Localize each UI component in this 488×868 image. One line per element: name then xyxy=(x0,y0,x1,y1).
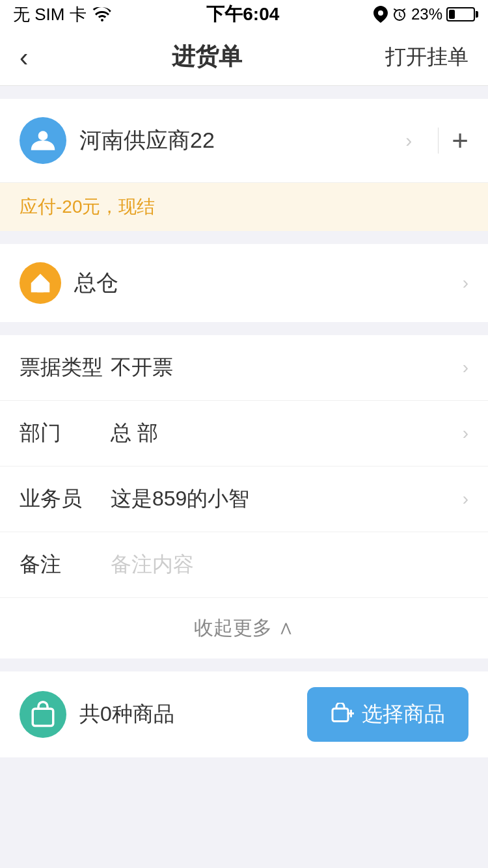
product-icon-container xyxy=(20,691,66,738)
invoice-value: 不开票 xyxy=(111,353,463,382)
form-row-remark[interactable]: 备注 备注内容 xyxy=(0,532,488,597)
status-bar: 无 SIM 卡 下午6:04 23% xyxy=(0,0,488,29)
select-product-button[interactable]: 选择商品 xyxy=(307,687,468,742)
cart-add-icon xyxy=(331,703,354,726)
salesperson-label: 业务员 xyxy=(20,485,111,513)
svg-point-1 xyxy=(38,131,48,141)
notice-text: 应付-20元，现结 xyxy=(20,197,155,217)
form-row-invoice[interactable]: 票据类型 不开票 › xyxy=(0,335,488,400)
remark-input[interactable]: 备注内容 xyxy=(111,550,468,579)
salesperson-chevron-icon: › xyxy=(463,489,468,509)
status-time: 下午6:04 xyxy=(206,2,279,27)
open-pending-button[interactable]: 打开挂单 xyxy=(385,43,468,72)
warehouse-row[interactable]: 总仓 › xyxy=(0,244,488,322)
department-value: 总 部 xyxy=(111,419,463,448)
warehouse-chevron-icon: › xyxy=(463,273,468,293)
section-gap-2 xyxy=(0,231,488,244)
svg-rect-3 xyxy=(33,709,53,726)
salesperson-value: 这是859的小智 xyxy=(111,485,463,513)
wifi-icon xyxy=(92,7,113,21)
supplier-chevron-icon: › xyxy=(405,129,412,152)
vertical-divider xyxy=(438,128,439,154)
alarm-icon xyxy=(392,7,407,22)
supplier-row[interactable]: 河南供应商22 › + xyxy=(0,99,488,183)
carrier-label: 无 SIM 卡 xyxy=(13,3,87,26)
status-left: 无 SIM 卡 xyxy=(13,3,113,26)
product-bar: 共0种商品 选择商品 xyxy=(0,671,488,757)
form-card: 票据类型 不开票 › 部门 总 部 › 业务员 这是859的小智 › 备注 备注… xyxy=(0,335,488,658)
nav-bar: ‹ 进货单 打开挂单 xyxy=(0,29,488,86)
form-row-salesperson[interactable]: 业务员 这是859的小智 › xyxy=(0,466,488,532)
section-gap-3 xyxy=(0,322,488,335)
status-right: 23% xyxy=(373,5,475,23)
house-icon xyxy=(28,271,53,295)
department-chevron-icon: › xyxy=(463,423,468,444)
warehouse-name-label: 总仓 xyxy=(74,268,463,298)
shopping-bag-icon xyxy=(29,701,57,728)
battery-label: 23% xyxy=(411,5,442,23)
svg-rect-4 xyxy=(332,709,348,722)
warehouse-card[interactable]: 总仓 › xyxy=(0,244,488,322)
supplier-name-label: 河南供应商22 xyxy=(79,126,405,156)
warehouse-icon xyxy=(20,262,61,304)
supplier-avatar xyxy=(20,117,66,164)
product-count-label: 共0种商品 xyxy=(79,700,307,729)
battery-icon xyxy=(446,7,475,21)
page-title: 进货单 xyxy=(172,41,242,73)
select-product-label: 选择商品 xyxy=(362,700,445,729)
back-button[interactable]: ‹ xyxy=(20,44,28,70)
form-row-department[interactable]: 部门 总 部 › xyxy=(0,400,488,466)
person-icon xyxy=(29,126,57,155)
location-icon xyxy=(373,6,388,23)
collapse-button[interactable]: 收起更多 ∧ xyxy=(0,597,488,658)
notice-bar: 应付-20元，现结 xyxy=(0,183,488,231)
department-label: 部门 xyxy=(20,419,111,448)
invoice-label: 票据类型 xyxy=(20,353,111,382)
section-gap-1 xyxy=(0,86,488,99)
invoice-chevron-icon: › xyxy=(463,357,468,378)
svg-rect-2 xyxy=(37,286,44,293)
supplier-card: 河南供应商22 › + 应付-20元，现结 xyxy=(0,99,488,231)
add-button[interactable]: + xyxy=(452,126,468,155)
remark-label: 备注 xyxy=(20,550,111,579)
